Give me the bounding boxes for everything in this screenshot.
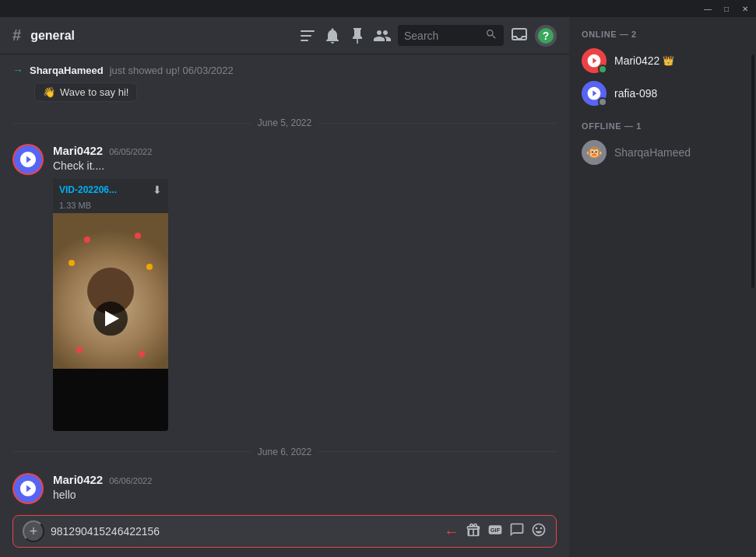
emoji-icon[interactable] bbox=[531, 522, 547, 541]
video-attachment: VID-202206... ⬇ 1.33 MB bbox=[53, 179, 168, 431]
message-row-2: Mari0422 06/06/2022 hello bbox=[0, 470, 569, 507]
avatar-inner-2 bbox=[14, 475, 42, 503]
channel-header: # general bbox=[0, 17, 569, 54]
help-icon[interactable]: ? bbox=[535, 25, 557, 47]
svg-rect-2 bbox=[301, 40, 308, 41]
svg-rect-0 bbox=[301, 30, 315, 32]
gif-icon[interactable]: GIF bbox=[487, 522, 503, 541]
maximize-button[interactable]: □ bbox=[722, 4, 731, 13]
wave-button[interactable]: 👋 Wave to say hi! bbox=[34, 82, 137, 102]
svg-text:?: ? bbox=[543, 30, 550, 42]
video-header: VID-202206... ⬇ bbox=[53, 179, 168, 201]
svg-rect-3 bbox=[512, 29, 526, 40]
members-icon[interactable] bbox=[373, 26, 392, 45]
member-info-rafia098: rafia-098 bbox=[614, 87, 657, 100]
play-button[interactable] bbox=[93, 301, 128, 335]
member-item-rafia098[interactable]: rafia-098 bbox=[575, 78, 750, 109]
attach-button[interactable]: + bbox=[23, 520, 44, 542]
offline-section-title: OFFLINE — 1 bbox=[575, 121, 750, 131]
online-section-title: ONLINE — 2 bbox=[575, 30, 750, 39]
date-text-2: June 6, 2022 bbox=[258, 447, 311, 457]
wave-emoji: 👋 bbox=[43, 86, 55, 98]
minimize-button[interactable]: — bbox=[703, 4, 712, 13]
message-header: Mari0422 06/05/2022 bbox=[53, 144, 557, 157]
message-author: Mari0422 bbox=[53, 144, 103, 157]
system-message: → SharqaHameed just showed up! 06/03/202… bbox=[0, 61, 569, 79]
member-info-mari0422: Mari0422 👑 bbox=[614, 54, 674, 67]
avatar-inner bbox=[14, 145, 42, 173]
message-header-2: Mari0422 06/06/2022 bbox=[53, 473, 557, 486]
download-icon[interactable]: ⬇ bbox=[153, 184, 162, 196]
date-divider-june6: June 6, 2022 bbox=[0, 434, 569, 470]
member-avatar-rafia098 bbox=[582, 81, 607, 106]
online-status-dot bbox=[598, 65, 607, 74]
member-name-rafia098: rafia-098 bbox=[614, 87, 657, 100]
member-info-sharqahameed: SharqaHameed bbox=[614, 146, 691, 159]
threads-icon[interactable] bbox=[298, 26, 317, 45]
create-thread-icon[interactable] bbox=[509, 522, 525, 541]
date-divider-june5: June 5, 2022 bbox=[0, 105, 569, 141]
search-icon bbox=[485, 28, 498, 43]
search-placeholder: Search bbox=[404, 30, 480, 42]
channel-name: general bbox=[30, 29, 75, 43]
message-text-2: hello bbox=[53, 488, 557, 503]
input-area: + ← GIF bbox=[0, 509, 569, 557]
titlebar: — □ ✕ bbox=[0, 0, 756, 17]
input-actions: GIF bbox=[466, 522, 547, 541]
scrollbar[interactable] bbox=[751, 54, 754, 288]
message-content: Mari0422 06/05/2022 Check it.... VID-202… bbox=[53, 144, 557, 431]
play-triangle-icon bbox=[105, 310, 119, 326]
input-box: + ← GIF bbox=[12, 515, 557, 548]
online-status-dot-2 bbox=[598, 97, 607, 107]
pin-icon[interactable] bbox=[348, 26, 367, 45]
message-timestamp: 06/05/2022 bbox=[109, 147, 152, 156]
video-filename: VID-202206... bbox=[59, 184, 117, 195]
messages-area[interactable]: → SharqaHameed just showed up! 06/03/202… bbox=[0, 54, 569, 509]
wave-label: Wave to say hi! bbox=[60, 86, 128, 98]
app-body: # general bbox=[0, 17, 756, 557]
member-name-sharqahameed: SharqaHameed bbox=[614, 146, 691, 159]
member-avatar-sharqahameed: 🐵 bbox=[582, 140, 607, 165]
message-input[interactable] bbox=[51, 516, 438, 547]
crown-icon: 👑 bbox=[663, 55, 674, 66]
channel-area: # general bbox=[0, 17, 569, 557]
donut-visual bbox=[53, 213, 168, 369]
avatar bbox=[12, 144, 44, 175]
video-preview[interactable] bbox=[53, 213, 168, 431]
header-icons: Search ? bbox=[298, 25, 557, 47]
system-text: just showed up! 06/03/2022 bbox=[110, 65, 234, 76]
system-username: SharqaHameed bbox=[30, 65, 104, 76]
message-content-2: Mari0422 06/06/2022 hello bbox=[53, 473, 557, 503]
offline-section: OFFLINE — 1 🐵 SharqaHameed bbox=[575, 121, 750, 168]
channel-hash-icon: # bbox=[12, 26, 21, 44]
message-text: Check it.... bbox=[53, 159, 557, 174]
message-row: Mari0422 06/05/2022 Check it.... VID-202… bbox=[0, 141, 569, 434]
svg-text:GIF: GIF bbox=[491, 527, 501, 534]
message-timestamp-2: 06/06/2022 bbox=[109, 476, 152, 485]
message-author-2: Mari0422 bbox=[53, 473, 103, 486]
system-arrow-icon: → bbox=[12, 64, 23, 76]
member-item-sharqahameed[interactable]: 🐵 SharqaHameed bbox=[575, 137, 750, 168]
video-filesize: 1.33 MB bbox=[53, 201, 168, 213]
close-button[interactable]: ✕ bbox=[740, 4, 750, 13]
inbox-icon[interactable] bbox=[510, 26, 529, 45]
date-text: June 5, 2022 bbox=[258, 117, 311, 128]
red-arrow-icon: ← bbox=[444, 523, 459, 541]
avatar-2 bbox=[12, 473, 44, 504]
video-thumbnail bbox=[53, 213, 168, 369]
member-name-mari0422: Mari0422 bbox=[614, 54, 659, 67]
gift-icon[interactable] bbox=[466, 522, 481, 541]
member-avatar-mari0422 bbox=[582, 48, 607, 73]
search-bar[interactable]: Search bbox=[398, 25, 504, 46]
bell-icon[interactable] bbox=[323, 26, 342, 45]
members-sidebar: ONLINE — 2 Mari0422 👑 bbox=[569, 17, 756, 557]
online-section: ONLINE — 2 Mari0422 👑 bbox=[575, 30, 750, 109]
member-item-mari0422[interactable]: Mari0422 👑 bbox=[575, 45, 750, 76]
video-black-bar bbox=[53, 369, 168, 431]
svg-rect-1 bbox=[301, 35, 311, 37]
